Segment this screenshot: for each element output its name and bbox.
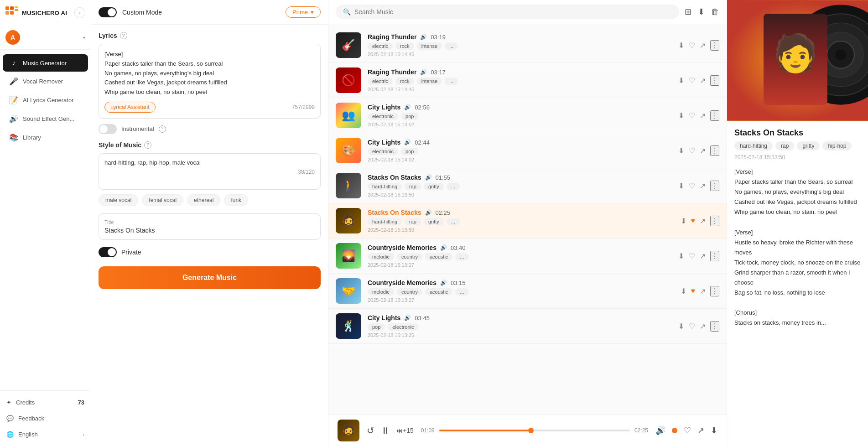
song-thumbnail: 🕺 [336, 313, 361, 339]
custom-mode-toggle[interactable] [99, 7, 117, 17]
share-button[interactable]: ↗ [700, 146, 706, 155]
share-button[interactable]: ↗ [700, 76, 706, 85]
volume-icon[interactable]: 🔊 [655, 425, 665, 436]
title-input-wrapper[interactable]: Title Stacks On Stacks [99, 213, 321, 240]
song-actions: ⬇ ♡ ↗ ⋮ [678, 110, 719, 121]
sidebar-item-ai-lyrics[interactable]: 📝 AI Lyrics Generator [3, 91, 88, 109]
like-button[interactable]: ♡ [689, 76, 695, 85]
like-button[interactable]: ♥ [691, 217, 696, 225]
like-button[interactable]: ♡ [689, 322, 695, 331]
sidebar-user[interactable]: A ▾ [0, 26, 91, 50]
more-options-button[interactable]: ⋮ [710, 181, 719, 191]
more-options-button[interactable]: ⋮ [710, 75, 719, 86]
share-button[interactable]: ↗ [700, 41, 706, 50]
song-date: 2025-02-18 15:13:25 [368, 332, 672, 338]
download-button[interactable]: ⬇ [678, 41, 684, 50]
song-date: 2025-02-18 15:14:02 [368, 122, 672, 127]
search-input[interactable] [354, 8, 672, 16]
song-row[interactable]: 🌄 Countryside Memories 🔊 03:40 melodicco… [328, 239, 727, 274]
song-date: 2025-02-18 15:13:50 [368, 227, 674, 233]
lyrical-assistant-button[interactable]: Lyrical Assistant [104, 102, 156, 113]
download-button[interactable]: ⬇ [681, 287, 686, 296]
sidebar-language[interactable]: 🌐 English › [0, 426, 91, 442]
more-options-button[interactable]: ⋮ [710, 251, 719, 261]
song-tag: hard-hitting [368, 218, 402, 225]
like-button[interactable]: ♡ [689, 146, 695, 155]
like-button[interactable]: ♡ [689, 182, 695, 190]
more-options-button[interactable]: ⋮ [710, 286, 719, 296]
generate-music-button[interactable]: Generate Music [99, 266, 321, 289]
sidebar-feedback[interactable]: 💬 Feedback [0, 410, 91, 426]
style-label: Style of Music [99, 141, 141, 149]
more-options-button[interactable]: ⋮ [710, 216, 719, 226]
like-button[interactable]: ♥ [691, 287, 696, 295]
song-row[interactable]: 🚶 Stacks On Stacks 🔊 01:55 hard-hittingr… [328, 168, 727, 203]
download-all-icon[interactable]: ⬇ [698, 7, 705, 17]
private-toggle[interactable] [99, 247, 117, 257]
style-help-icon[interactable]: ? [144, 141, 151, 149]
pause-button[interactable]: ⏸ [381, 425, 390, 436]
instrumental-help-icon[interactable]: ? [159, 125, 166, 133]
style-tag-femal-vocal[interactable]: femal vocal [142, 194, 183, 206]
song-row[interactable]: 🚫 Raging Thunder 🔊 03:17 electricrockint… [328, 63, 727, 98]
delete-all-icon[interactable]: 🗑 [711, 7, 719, 17]
share-button[interactable]: ↗ [700, 182, 706, 190]
download-button[interactable]: ⬇ [678, 252, 684, 260]
download-button[interactable]: ⬇ [678, 182, 684, 190]
song-row[interactable]: 🎸 Raging Thunder 🔊 03:19 electricrockint… [328, 28, 727, 63]
style-tag-male-vocal[interactable]: male vocal [99, 194, 138, 206]
song-tag: gritty [424, 183, 444, 190]
song-row[interactable]: 🕺 City Lights 🔊 03:45 popelectronic 2025… [328, 309, 727, 344]
download-button[interactable]: ⬇ [678, 322, 684, 331]
repeat-button[interactable]: ↺ [367, 425, 374, 436]
player-heart-icon[interactable]: ♡ [684, 425, 691, 436]
song-title-row: Countryside Memories 🔊 03:15 [368, 279, 674, 286]
style-input-box[interactable]: hard-hitting, rap, hip-hop, male vocal 3… [99, 153, 321, 190]
private-row: Private [99, 247, 321, 257]
share-button[interactable]: ↗ [700, 287, 706, 296]
share-button[interactable]: ↗ [700, 322, 706, 331]
share-button[interactable]: ↗ [700, 111, 706, 120]
download-button[interactable]: ⬇ [678, 146, 684, 155]
player-download-icon[interactable]: ⬇ [711, 425, 717, 436]
song-row[interactable]: 👥 City Lights 🔊 02:56 electronicpop 2025… [328, 98, 727, 133]
download-button[interactable]: ⬇ [678, 111, 684, 120]
lyrics-help-icon[interactable]: ? [120, 32, 127, 39]
prime-badge[interactable]: Prime [286, 6, 321, 18]
lyrics-box[interactable]: [Verse] Paper stacks taller than the Sea… [99, 44, 321, 119]
song-row[interactable]: 🧔 Stacks On Stacks 🔊 02:25 hard-hittingr… [328, 203, 727, 239]
more-options-button[interactable]: ⋮ [710, 321, 719, 332]
search-icon: 🔍 [343, 8, 351, 16]
share-button[interactable]: ↗ [700, 252, 706, 260]
song-row[interactable]: 🎨 City Lights 🔊 02:44 electronicpop 2025… [328, 133, 727, 168]
download-button[interactable]: ⬇ [678, 76, 684, 85]
more-options-button[interactable]: ⋮ [710, 110, 719, 121]
sidebar-item-library[interactable]: 📚 Library [3, 129, 88, 146]
sidebar-credits[interactable]: ✦ Credits 73 [0, 394, 91, 410]
style-section-label: Style of Music ? [99, 141, 321, 149]
style-tag-ethereal[interactable]: ethereal [187, 194, 220, 206]
more-options-button[interactable]: ⋮ [710, 40, 719, 51]
style-tag-funk[interactable]: funk [224, 194, 248, 206]
sidebar-item-vocal-remover[interactable]: 🎤 Vocal Remover [3, 73, 88, 90]
song-row[interactable]: 🤝 Countryside Memories 🔊 03:15 melodicco… [328, 274, 727, 309]
grid-view-icon[interactable]: ⊞ [685, 7, 691, 17]
search-input-wrap[interactable]: 🔍 [336, 5, 679, 19]
progress-track[interactable] [439, 430, 630, 431]
sidebar-collapse-button[interactable]: ‹ [74, 7, 85, 18]
style-tags: male vocal femal vocal ethereal funk [99, 194, 321, 206]
svg-rect-0 [5, 6, 9, 10]
download-button[interactable]: ⬇ [681, 217, 686, 225]
sidebar-item-sound-effect[interactable]: 🔊 Sound Effect Gen... [3, 110, 88, 128]
player-share-icon[interactable]: ↗ [697, 425, 704, 436]
vinyl-section: 🧑 [727, 0, 868, 121]
song-info: Countryside Memories 🔊 03:15 melodiccoun… [368, 279, 674, 303]
instrumental-toggle[interactable] [99, 124, 117, 134]
like-button[interactable]: ♡ [689, 41, 695, 50]
like-button[interactable]: ♡ [689, 252, 695, 260]
more-options-button[interactable]: ⋮ [710, 145, 719, 156]
like-button[interactable]: ♡ [689, 111, 695, 120]
share-button[interactable]: ↗ [700, 217, 706, 225]
sidebar-item-music-generator[interactable]: ♪ Music Generator [3, 54, 88, 72]
skip-forward-button[interactable]: ⏭+15 [396, 427, 414, 434]
